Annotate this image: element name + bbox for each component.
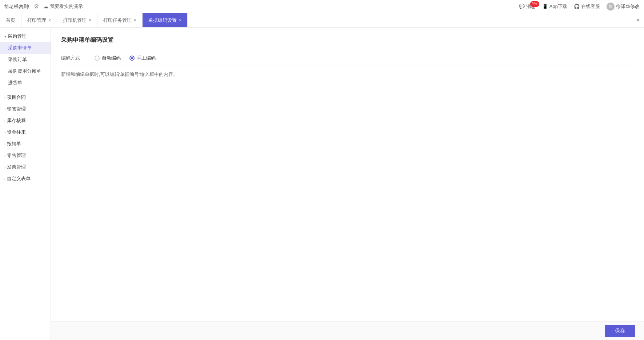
tab-bar: 首页 打印管理 × 打印机管理 × 打印任务管理 × 单据编码设置 × × [0, 13, 644, 28]
tab-print-task-close[interactable]: × [134, 18, 136, 23]
app-title: 给老板勿删! [4, 3, 29, 10]
chevron-right-icon: › [4, 154, 5, 158]
radio-auto-circle [95, 56, 100, 61]
chevron-down-icon: ▾ [4, 35, 6, 39]
sidebar-group-capital-label: 资金往来 [7, 129, 26, 135]
sidebar-item-stock-in[interactable]: 进货单 [0, 77, 51, 89]
demo-link[interactable]: ☁ 我要看实例演示 [43, 3, 83, 10]
save-button[interactable]: 保存 [605, 325, 635, 337]
tab-end-close[interactable]: × [636, 13, 644, 27]
sidebar-group-return-label: 报销单 [7, 141, 21, 147]
sidebar-group-inventory-label: 库存核算 [7, 117, 26, 124]
footer-bar: 保存 [51, 321, 644, 340]
settings-icon[interactable]: ⚙ [34, 3, 39, 10]
sidebar-group-capital[interactable]: › 资金往来 [0, 126, 51, 138]
sidebar-item-purchase-expense-label: 采购费用分摊单 [8, 68, 41, 74]
chevron-right-icon: › [4, 142, 5, 146]
tab-single-code-settings-label: 单据编码设置 [148, 17, 177, 24]
user-name: 徐泽华修改 [616, 3, 640, 10]
content-area: 采购申请单编码设置 编码方式 自动编码 手工编码 新增和编辑单据时,可以编辑'单… [51, 28, 644, 340]
cloud-icon: ☁ [43, 4, 48, 9]
message-button[interactable]: 💬 消息 99+ [519, 3, 536, 10]
tab-print-task-label: 打印任务管理 [103, 17, 132, 24]
radio-manual-circle [129, 56, 135, 61]
tab-print-manage-close[interactable]: × [48, 18, 51, 23]
tab-print-task[interactable]: 打印任务管理 × [97, 13, 143, 27]
content-inner: 采购申请单编码设置 编码方式 自动编码 手工编码 新增和编辑单据时,可以编辑'单… [51, 28, 644, 321]
page-title: 采购申请单编码设置 [61, 36, 634, 44]
sidebar-item-purchase-request[interactable]: 采购申请单 [0, 42, 51, 54]
tab-single-code-settings[interactable]: 单据编码设置 × [143, 13, 188, 27]
sidebar-group-invoice-label: 发票管理 [7, 164, 26, 170]
tab-home-label: 首页 [6, 17, 15, 24]
radio-auto-label: 自动编码 [102, 55, 121, 61]
radio-auto-encoding[interactable]: 自动编码 [95, 55, 121, 61]
sidebar-group-project-contract-label: 项目合同 [7, 94, 26, 101]
message-icon: 💬 [519, 4, 525, 9]
hint-text: 新增和编辑单据时,可以编辑'单据编号'输入框中的内容。 [61, 71, 634, 78]
sidebar-group-inventory[interactable]: › 库存核算 [0, 115, 51, 126]
sidebar-item-purchase-order-label: 采购订单 [8, 57, 27, 62]
tab-home[interactable]: 首页 [0, 13, 21, 27]
tab-single-code-settings-close[interactable]: × [179, 18, 181, 23]
top-bar: 给老板勿删! ⚙ ☁ 我要看实例演示 💬 消息 99+ 📱 App下载 🎧 在线… [0, 0, 644, 13]
close-all-icon[interactable]: × [636, 17, 640, 24]
user-menu[interactable]: 徐 徐泽华修改 [607, 3, 640, 11]
sidebar-group-custom-form[interactable]: › 自定义表单 [0, 173, 51, 185]
tab-print-manage[interactable]: 打印管理 × [21, 13, 57, 27]
sidebar-group-invoice[interactable]: › 发票管理 [0, 161, 51, 173]
message-badge: 99+ [530, 1, 539, 7]
tab-printer-manage-close[interactable]: × [89, 18, 91, 23]
top-bar-left: 给老板勿删! ⚙ ☁ 我要看实例演示 [4, 3, 83, 10]
app-download-button[interactable]: 📱 App下载 [542, 3, 567, 10]
chevron-right-icon: › [4, 119, 5, 123]
sidebar-group-retail-label: 零售管理 [7, 152, 26, 159]
chevron-right-icon: › [4, 165, 5, 169]
demo-label: 我要看实例演示 [50, 3, 83, 10]
chevron-right-icon: › [4, 96, 5, 100]
sidebar-item-purchase-expense[interactable]: 采购费用分摊单 [0, 65, 51, 77]
encoding-radio-group: 自动编码 手工编码 [95, 55, 156, 61]
top-bar-right: 💬 消息 99+ 📱 App下载 🎧 在线客服 徐 徐泽华修改 [519, 3, 640, 11]
sidebar-item-purchase-order[interactable]: 采购订单 [0, 54, 51, 65]
online-service-button[interactable]: 🎧 在线客服 [574, 3, 600, 10]
sidebar-group-return[interactable]: › 报销单 [0, 138, 51, 150]
sidebar-group-sales-manage-label: 销售管理 [7, 106, 26, 112]
app-download-icon: 📱 [542, 4, 548, 9]
main-layout: ▾ 采购管理 采购申请单 采购订单 采购费用分摊单 进货单 › 项目合同 › 销… [0, 28, 644, 340]
tab-print-manage-label: 打印管理 [27, 17, 46, 24]
sidebar-group-custom-form-label: 自定义表单 [7, 175, 31, 182]
online-service-icon: 🎧 [574, 4, 580, 9]
sidebar-group-purchase: ▾ 采购管理 采购申请单 采购订单 采购费用分摊单 进货单 [0, 28, 51, 92]
sidebar-group-purchase-title[interactable]: ▾ 采购管理 [0, 31, 51, 42]
sidebar-item-stock-in-label: 进货单 [8, 80, 22, 85]
chevron-right-icon: › [4, 130, 5, 134]
tab-printer-manage[interactable]: 打印机管理 × [57, 13, 97, 27]
radio-manual-encoding[interactable]: 手工编码 [129, 55, 156, 61]
sidebar: ▾ 采购管理 采购申请单 采购订单 采购费用分摊单 进货单 › 项目合同 › 销… [0, 28, 51, 340]
encoding-row: 编码方式 自动编码 手工编码 [61, 51, 634, 65]
sidebar-group-purchase-label: 采购管理 [8, 33, 27, 40]
online-service-label: 在线客服 [581, 3, 600, 10]
chevron-right-icon: › [4, 107, 5, 111]
sidebar-group-project-contract[interactable]: › 项目合同 [0, 92, 51, 103]
sidebar-group-sales-manage[interactable]: › 销售管理 [0, 103, 51, 115]
radio-manual-label: 手工编码 [137, 55, 156, 61]
encoding-label: 编码方式 [61, 55, 83, 61]
avatar: 徐 [607, 3, 615, 11]
sidebar-group-retail[interactable]: › 零售管理 [0, 150, 51, 161]
sidebar-item-purchase-request-label: 采购申请单 [8, 45, 32, 50]
chevron-right-icon: › [4, 177, 5, 181]
tab-printer-manage-label: 打印机管理 [63, 17, 87, 24]
app-download-label: App下载 [549, 3, 567, 10]
